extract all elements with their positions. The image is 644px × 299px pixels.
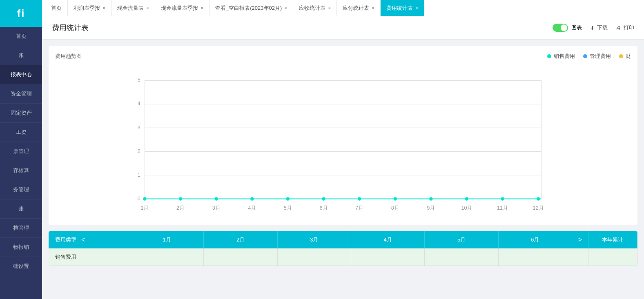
col-header-m3: 3月: [278, 231, 351, 248]
close-tab-cashflow[interactable]: ×: [146, 5, 149, 11]
svg-text:11月: 11月: [497, 205, 508, 211]
sidebar-item-inventory[interactable]: 存核算: [0, 161, 42, 180]
svg-point-14: [179, 197, 182, 200]
page-header: 费用统计表 图表 ⬇ 下载 🖨 打印: [42, 16, 644, 40]
download-button[interactable]: ⬇ 下载: [590, 24, 608, 31]
cell-type: 销售费用: [49, 248, 130, 266]
sidebar-item-expense[interactable]: 畅报销: [0, 238, 42, 257]
sidebar-item-report-center[interactable]: 报表中心: [0, 65, 42, 84]
legend-admin: 管理费用: [583, 53, 611, 60]
svg-point-19: [358, 197, 361, 200]
svg-text:5: 5: [138, 77, 140, 83]
table-nav-next[interactable]: >: [577, 236, 584, 244]
tab-bar: 首页 利润表季报 × 现金流量表 × 现金流量表季报 × 查看_空白报表(202…: [42, 0, 644, 16]
close-tab-receivable[interactable]: ×: [328, 5, 331, 11]
cell-m1: [130, 248, 204, 266]
svg-text:3: 3: [138, 125, 140, 131]
legend-dot-admin: [583, 54, 587, 58]
close-tab-payable[interactable]: ×: [372, 5, 374, 11]
table-header: 费用类型 < 1月 2月 3月 4月 5月 6月 > 本年累计: [49, 231, 637, 248]
table-row: 销售费用: [49, 248, 637, 266]
svg-text:12月: 12月: [533, 205, 544, 211]
chart-svg-area: 0 1 2 3 4 5: [55, 63, 631, 218]
svg-text:1月: 1月: [140, 205, 149, 211]
col-header-ytd: 本年累计: [588, 231, 637, 248]
svg-point-16: [250, 197, 254, 200]
sidebar-item-service[interactable]: 务管理: [0, 180, 42, 199]
cell-m5: [425, 248, 498, 266]
tab-home[interactable]: 首页: [45, 0, 68, 16]
cell-m6: [499, 248, 572, 266]
header-actions: 图表 ⬇ 下载 🖨 打印: [553, 24, 634, 32]
chart-header: 费用趋势图 销售费用 管理费用 财: [55, 53, 631, 60]
legend-dot-finance: [619, 54, 623, 58]
svg-text:3月: 3月: [212, 205, 221, 211]
page-title: 费用统计表: [52, 23, 89, 33]
sidebar-item-fixed-assets[interactable]: 固定资产: [0, 104, 42, 123]
print-icon: 🖨: [616, 25, 621, 31]
svg-point-21: [429, 197, 432, 200]
cell-m2: [204, 248, 277, 266]
col-header-m2: 2月: [204, 231, 277, 248]
close-tab-blank-report[interactable]: ×: [284, 5, 287, 11]
download-icon: ⬇: [590, 25, 595, 31]
svg-point-17: [286, 197, 290, 200]
sidebar-item-fund-mgmt[interactable]: 资金管理: [0, 84, 42, 104]
tab-expense-stats[interactable]: 费用统计表 ×: [381, 0, 424, 16]
table-nav-prev[interactable]: <: [80, 236, 87, 244]
sidebar-item-ledger[interactable]: 账: [0, 46, 42, 65]
expense-table: 费用类型 < 1月 2月 3月 4月 5月 6月 > 本年累计 销售费用: [49, 231, 637, 266]
main-area: 首页 利润表季报 × 现金流量表 × 现金流量表季报 × 查看_空白报表(202…: [42, 0, 644, 299]
close-tab-profit-quarterly[interactable]: ×: [103, 5, 105, 11]
svg-text:9月: 9月: [427, 205, 435, 211]
chart-container: 费用趋势图 销售费用 管理费用 财: [49, 46, 637, 225]
col-header-m1: 1月: [130, 231, 204, 248]
chart-svg: 0 1 2 3 4 5: [55, 63, 631, 218]
sidebar-item-accounts[interactable]: 账: [0, 199, 42, 219]
close-tab-cashflow-quarterly[interactable]: ×: [201, 5, 203, 11]
cell-m4: [351, 248, 425, 266]
svg-text:5月: 5月: [284, 205, 292, 211]
legend-dot-sales: [547, 54, 551, 58]
svg-rect-12: [145, 80, 541, 199]
tab-receivable[interactable]: 应收统计表 ×: [293, 0, 337, 16]
sidebar-item-home[interactable]: 首页: [0, 27, 42, 46]
svg-text:8月: 8月: [391, 205, 399, 211]
sidebar-item-settings[interactable]: 础设置: [0, 257, 42, 276]
legend-label-finance: 财: [626, 53, 631, 60]
svg-text:0: 0: [138, 196, 140, 202]
svg-point-20: [394, 197, 397, 200]
sidebar-item-archive[interactable]: 档管理: [0, 219, 42, 238]
legend-sales: 销售费用: [547, 53, 575, 60]
svg-point-23: [501, 197, 504, 200]
print-button[interactable]: 🖨 打印: [616, 24, 634, 31]
cell-ytd: [588, 248, 637, 266]
tab-profit-quarterly[interactable]: 利润表季报 ×: [68, 0, 111, 16]
col-header-m4: 4月: [351, 231, 425, 248]
legend-label-admin: 管理费用: [590, 53, 611, 60]
chart-toggle-group: 图表: [553, 24, 582, 32]
content-area: 费用统计表 图表 ⬇ 下载 🖨 打印 费用趋势图: [42, 16, 644, 299]
tab-cashflow[interactable]: 现金流量表 ×: [111, 0, 155, 16]
col-header-type: 费用类型 <: [49, 231, 130, 248]
svg-point-22: [465, 197, 468, 200]
svg-point-15: [214, 197, 218, 200]
tab-cashflow-quarterly[interactable]: 现金流量表季报 ×: [155, 0, 209, 16]
cell-nav: [572, 248, 588, 266]
tab-blank-report[interactable]: 查看_空白报表(2023年02月) ×: [209, 0, 293, 16]
svg-text:10月: 10月: [461, 205, 472, 211]
chart-toggle[interactable]: [553, 24, 568, 32]
svg-point-18: [322, 197, 325, 200]
sidebar-item-invoice[interactable]: 票管理: [0, 142, 42, 161]
cell-m3: [278, 248, 351, 266]
svg-text:4月: 4月: [248, 205, 256, 211]
chart-legend: 销售费用 管理费用 财: [547, 53, 631, 60]
svg-text:2月: 2月: [176, 205, 185, 211]
close-tab-expense-stats[interactable]: ×: [415, 5, 418, 11]
legend-finance: 财: [619, 53, 631, 60]
svg-point-24: [537, 197, 540, 200]
sidebar-item-salary[interactable]: 工资: [0, 123, 42, 142]
svg-text:4: 4: [138, 101, 140, 106]
svg-text:2: 2: [138, 148, 140, 154]
tab-payable[interactable]: 应付统计表 ×: [337, 0, 381, 16]
